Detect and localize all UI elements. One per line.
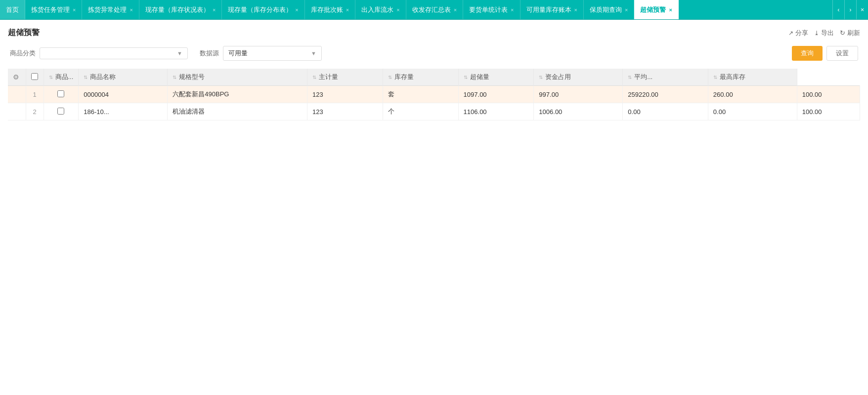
row-product-code: 0000004	[79, 86, 168, 103]
column-max-stock[interactable]: ⇅ 最高库存	[708, 69, 797, 86]
category-select[interactable]: ▼	[40, 47, 188, 59]
tab-yaohuo[interactable]: 要货单统计表 ×	[463, 0, 520, 19]
datasource-select[interactable]: 可用量 ▼	[223, 46, 322, 61]
row-settings-cell	[8, 103, 26, 120]
row-checkbox[interactable]	[57, 90, 64, 97]
column-checkbox[interactable]	[26, 69, 43, 86]
row-overstock: 1006.00	[534, 103, 623, 120]
tab-kucunpici[interactable]: 库存批次账 ×	[305, 0, 355, 19]
nav-arrows: ‹ › ×	[832, 0, 868, 20]
sort-icon: ⇅	[388, 75, 392, 80]
close-icon[interactable]: ×	[295, 7, 298, 13]
close-icon[interactable]: ×	[511, 7, 514, 13]
close-icon[interactable]: ×	[669, 7, 672, 13]
column-product-code[interactable]: ⇅ 商品...	[43, 69, 79, 86]
tab-jianhuoyichang[interactable]: 拣货异常处理 ×	[82, 0, 139, 19]
query-button[interactable]: 查询	[792, 46, 823, 61]
nav-left-arrow[interactable]: ‹	[832, 0, 844, 20]
sort-icon: ⇅	[173, 75, 176, 80]
nav-close-arrow[interactable]: ×	[856, 0, 868, 20]
row-product-name: 六配套新昌490BPG	[168, 86, 307, 103]
sort-icon: ⇅	[464, 75, 468, 80]
tab-label: 超储预警	[640, 5, 666, 14]
close-icon[interactable]: ×	[454, 7, 457, 13]
page-container: 超储预警 ↗ 分享 ⤓ 导出 ↻ 刷新 商品分类 ▼ 数据源	[0, 20, 868, 395]
close-icon[interactable]: ×	[396, 7, 399, 13]
row-max-stock: 100.00	[797, 86, 860, 103]
export-button[interactable]: ⤓ 导出	[814, 29, 834, 38]
tab-label: 拣货异常处理	[88, 5, 127, 14]
close-icon[interactable]: ×	[346, 7, 349, 13]
tab-xiancunliang1[interactable]: 现存量（库存状况表） ×	[139, 0, 222, 19]
row-stock: 1106.00	[458, 103, 534, 120]
close-icon[interactable]: ×	[73, 7, 76, 13]
chevron-down-icon: ▼	[177, 50, 182, 56]
nav-right-arrow[interactable]: ›	[844, 0, 856, 20]
column-overstock-label: 超储量	[470, 73, 489, 81]
datasource-label: 数据源	[200, 49, 219, 58]
sort-icon: ⇅	[539, 75, 543, 80]
sort-icon: ⇅	[713, 75, 717, 80]
settings-button[interactable]: 设置	[826, 46, 858, 61]
tab-label: 出入库流水	[361, 5, 393, 14]
row-unit: 套	[383, 86, 458, 103]
row-avg: 260.00	[708, 86, 797, 103]
close-icon[interactable]: ×	[213, 7, 216, 13]
tab-label: 库存批次账	[311, 5, 343, 14]
tab-label: 可用量库存账本	[526, 5, 571, 14]
table-row: 10000004六配套新昌490BPG123套1097.00997.002592…	[8, 86, 860, 103]
column-unit[interactable]: ⇅ 主计量	[307, 69, 383, 86]
column-settings[interactable]: ⚙	[8, 69, 26, 86]
column-product-code-label: 商品...	[55, 73, 74, 81]
refresh-label: 刷新	[847, 29, 860, 38]
column-capital[interactable]: ⇅ 资金占用	[534, 69, 623, 86]
tab-shofacun[interactable]: 收发存汇总表 ×	[406, 0, 463, 19]
row-checkbox-cell[interactable]	[43, 86, 79, 103]
row-number: 1	[26, 86, 43, 103]
tab-chaochuyujing[interactable]: 超储预警 ×	[634, 0, 678, 19]
row-checkbox[interactable]	[57, 108, 64, 115]
row-avg: 0.00	[708, 103, 797, 120]
row-checkbox-cell[interactable]	[43, 103, 79, 120]
close-icon[interactable]: ×	[625, 7, 628, 13]
tab-label: 拣货任务管理	[31, 5, 70, 14]
column-stock[interactable]: ⇅ 库存量	[383, 69, 458, 86]
refresh-icon: ↻	[840, 29, 845, 37]
page-header: 超储预警 ↗ 分享 ⤓ 导出 ↻ 刷新	[8, 28, 860, 38]
export-label: 导出	[821, 29, 834, 38]
select-all-checkbox[interactable]	[31, 73, 38, 80]
home-label: 首页	[6, 5, 19, 14]
column-avg-label: 平均...	[634, 73, 652, 81]
row-capital: 0.00	[623, 103, 708, 120]
tab-label: 要货单统计表	[469, 5, 508, 14]
column-unit-label: 主计量	[319, 73, 338, 81]
column-spec[interactable]: ⇅ 规格型号	[168, 69, 307, 86]
tab-churukuliushui[interactable]: 出入库流水 ×	[355, 0, 406, 19]
close-icon[interactable]: ×	[130, 7, 132, 13]
table-row: 2186-10...机油滤清器123个1106.001006.000.000.0…	[8, 103, 860, 120]
column-avg[interactable]: ⇅ 平均...	[623, 69, 708, 86]
row-stock: 1097.00	[458, 86, 534, 103]
top-nav: 首页 拣货任务管理 × 拣货异常处理 × 现存量（库存状况表） × 现存量（库存…	[0, 0, 868, 20]
datasource-filter: 数据源 可用量 ▼	[200, 46, 322, 61]
close-icon[interactable]: ×	[574, 7, 577, 13]
row-unit: 个	[383, 103, 458, 120]
sort-icon: ⇅	[628, 75, 632, 80]
column-spec-label: 规格型号	[179, 73, 205, 81]
home-tab[interactable]: 首页	[0, 0, 25, 19]
tab-keyongliang[interactable]: 可用量库存账本 ×	[521, 0, 584, 19]
tab-jianhuorenwu[interactable]: 拣货任务管理 ×	[25, 0, 82, 19]
row-spec: 123	[307, 103, 383, 120]
share-button[interactable]: ↗ 分享	[788, 29, 808, 38]
tab-xiancunliang2[interactable]: 现存量（库存分布表） ×	[222, 0, 304, 19]
export-icon: ⤓	[814, 30, 819, 37]
tab-label: 保质期查询	[590, 5, 622, 14]
page-title: 超储预警	[8, 28, 40, 38]
gear-icon[interactable]: ⚙	[13, 73, 19, 81]
datasource-value: 可用量	[228, 49, 248, 58]
column-product-name[interactable]: ⇅ 商品名称	[79, 69, 168, 86]
column-overstock[interactable]: ⇅ 超储量	[458, 69, 534, 86]
refresh-button[interactable]: ↻ 刷新	[840, 29, 860, 38]
tab-baozhi[interactable]: 保质期查询 ×	[584, 0, 634, 19]
table-body: 10000004六配套新昌490BPG123套1097.00997.002592…	[8, 86, 860, 120]
